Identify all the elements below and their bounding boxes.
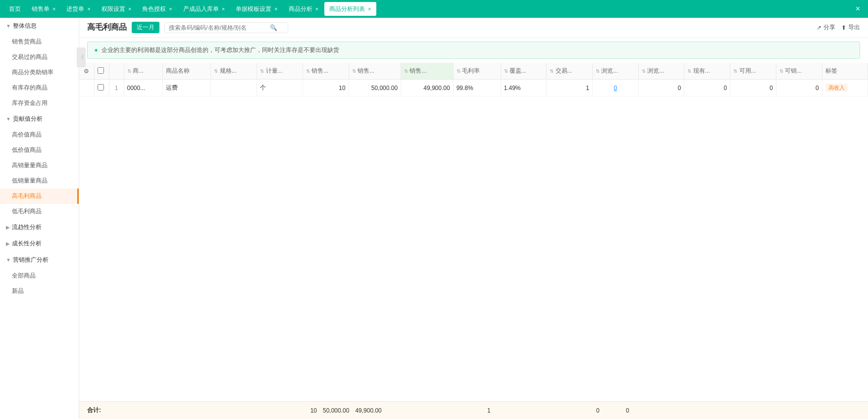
nav-analysis-close[interactable]: × (315, 6, 318, 12)
sort-icon-avail1: ⇅ (687, 68, 691, 74)
info-icon: ✦ (94, 47, 99, 54)
footer-sales-amount: 50,000.00 (320, 407, 352, 414)
page-title: 高毛利商品 (87, 22, 127, 33)
nav-permissions-close[interactable]: × (128, 6, 131, 12)
footer-sales-qty: 10 (290, 407, 320, 414)
share-btn[interactable]: ↗ 分享 (817, 23, 835, 32)
nav-purchase[interactable]: 进货单 × (61, 2, 95, 16)
sidebar-item-all-goods[interactable]: 全部商品 (0, 268, 79, 283)
sidebar-item-stock-goods[interactable]: 有库存的商品 (0, 80, 79, 95)
sidebar-item-traded-goods[interactable]: 交易过的商品 (0, 49, 79, 65)
export-icon: ⬆ (841, 24, 846, 31)
content-header: 高毛利商品 近一月 🔍 ↗ 分享 ⬆ 导出 (79, 18, 868, 38)
settings-icon[interactable]: ⚙ (84, 68, 89, 75)
nav-analysis[interactable]: 商品分析 × (284, 2, 323, 16)
footer-available1: 0 (573, 407, 603, 414)
nav-sales-close[interactable]: × (52, 6, 55, 12)
nav-analysis-list[interactable]: 商品分析列表 × (324, 2, 376, 16)
td-unit: 个 (257, 80, 303, 96)
td-seq: 1 (109, 80, 124, 96)
table-header-row: ⚙ ⇅ 商... 商品名称 (79, 63, 868, 80)
search-icon[interactable]: 🔍 (270, 24, 277, 31)
sidebar-item-sales-goods[interactable]: 销售货商品 (0, 34, 79, 49)
td-coverage: 1.49% (501, 80, 547, 96)
sidebar-item-low-value[interactable]: 低价值商品 (0, 142, 79, 158)
sidebar: ▼ 整体信息 销售货商品 交易过的商品 商品分类助销率 有库存的商品 库存资金占… (0, 18, 79, 419)
table-row: 1 0000... 运费 个 (79, 80, 868, 96)
footer-totals: 合计: 10 50,000.00 49,900.00 1 0 0 (79, 401, 868, 419)
sidebar-item-high-value[interactable]: 高价值商品 (0, 127, 79, 142)
sidebar-item-high-volume[interactable]: 高销量量商品 (0, 158, 79, 173)
th-unit[interactable]: ⇅ 计量... (257, 63, 303, 80)
row-checkbox[interactable] (98, 84, 104, 91)
search-box[interactable]: 🔍 (164, 22, 288, 33)
th-name[interactable]: 商品名称 (163, 63, 211, 80)
sort-icon: ⇅ (127, 68, 131, 74)
nav-templates-close[interactable]: × (274, 6, 277, 12)
sidebar-group-trends[interactable]: ▶ 流趋性分析 (0, 219, 79, 235)
td-available1: 0 (684, 80, 730, 96)
td-browse2: 0 (638, 80, 684, 96)
td-checkbox (94, 80, 109, 96)
td-available2: 0 (730, 80, 776, 96)
export-btn[interactable]: ⬆ 导出 (841, 23, 860, 32)
arrow-down-icon-3: ▼ (6, 257, 11, 263)
sort-icon-transaction: ⇅ (550, 68, 554, 74)
th-sales-amount[interactable]: ⇅ 销售... (349, 63, 401, 80)
top-navigation: 首页 销售单 × 进货单 × 权限设置 × 角色授权 × 产成品入库单 × 单据… (0, 0, 868, 18)
td-tag: 高收入 (822, 80, 868, 96)
sidebar-item-low-margin[interactable]: 低毛利商品 (0, 204, 79, 219)
nav-products[interactable]: 产成品入库单 × (178, 2, 230, 16)
sort-icon-browse1: ⇅ (596, 68, 600, 74)
nav-permissions[interactable]: 权限设置 × (97, 2, 136, 16)
nav-roles-close[interactable]: × (169, 6, 172, 12)
td-spec (211, 80, 257, 96)
th-saleable[interactable]: ⇅ 可销... (776, 63, 822, 80)
nav-purchase-close[interactable]: × (87, 6, 90, 12)
close-all-tabs[interactable]: × (852, 4, 864, 13)
filter-recent-month[interactable]: 近一月 (132, 22, 159, 33)
th-browse2[interactable]: ⇅ 浏览... (638, 63, 684, 80)
footer-label: 合计: (82, 406, 122, 415)
sidebar-group-marketing[interactable]: ▼ 营销推广分析 (0, 252, 79, 268)
nav-analysis-list-close[interactable]: × (368, 6, 371, 12)
sort-icon-spec: ⇅ (214, 68, 218, 74)
th-tag[interactable]: 标签 (822, 63, 868, 80)
footer-cells: 10 50,000.00 49,900.00 1 0 0 (122, 407, 865, 414)
nav-templates[interactable]: 单据模板设置 × (231, 2, 282, 16)
footer-empty5 (533, 407, 573, 414)
th-spec[interactable]: ⇅ 规格... (211, 63, 257, 80)
sidebar-item-new-goods[interactable]: 新品 (0, 283, 79, 299)
th-available1[interactable]: ⇅ 现有... (684, 63, 730, 80)
sort-icon-unit: ⇅ (260, 68, 264, 74)
nav-home[interactable]: 首页 (4, 2, 26, 16)
th-transaction[interactable]: ⇅ 交易... (547, 63, 593, 80)
nav-sales[interactable]: 销售单 × (27, 2, 60, 16)
sidebar-item-analysis-rate[interactable]: 商品分类助销率 (0, 65, 79, 80)
td-sales-profit: 49,900.00 (401, 80, 454, 96)
sidebar-item-stock-capital[interactable]: 库存资金占用 (0, 95, 79, 111)
th-sales-qty[interactable]: ⇅ 销售... (303, 63, 349, 80)
sidebar-group-overview[interactable]: ▼ 整体信息 (0, 18, 79, 34)
th-browse1[interactable]: ⇅ 浏览... (592, 63, 638, 80)
select-all-checkbox[interactable] (98, 67, 104, 74)
sidebar-item-high-margin[interactable]: 高毛利商品 (0, 188, 79, 204)
search-input[interactable] (169, 24, 268, 31)
sidebar-group-growth[interactable]: ▶ 成长性分析 (0, 235, 79, 252)
sort-icon-profit: ⇅ (404, 68, 408, 74)
th-margin-rate[interactable]: ⇅ 毛利率 (453, 63, 501, 80)
sidebar-group-finances[interactable]: ▼ 贡献值分析 (0, 111, 79, 127)
sidebar-collapse-btn[interactable]: 《 (77, 47, 86, 67)
sidebar-item-low-volume[interactable]: 低销量量商品 (0, 173, 79, 188)
footer-transaction: 1 (464, 407, 494, 414)
th-coverage[interactable]: ⇅ 覆盖... (501, 63, 547, 80)
td-saleable: 0 (776, 80, 822, 96)
th-code[interactable]: ⇅ 商... (124, 63, 163, 80)
td-margin-rate: 99.8% (453, 80, 501, 96)
th-checkbox (94, 63, 109, 80)
nav-products-close[interactable]: × (222, 6, 225, 12)
th-available2[interactable]: ⇅ 可用... (730, 63, 776, 80)
th-sales-profit[interactable]: ⇅ 销售... (401, 63, 454, 80)
arrow-right-icon-2: ▶ (6, 241, 10, 246)
nav-roles[interactable]: 角色授权 × (137, 2, 177, 16)
